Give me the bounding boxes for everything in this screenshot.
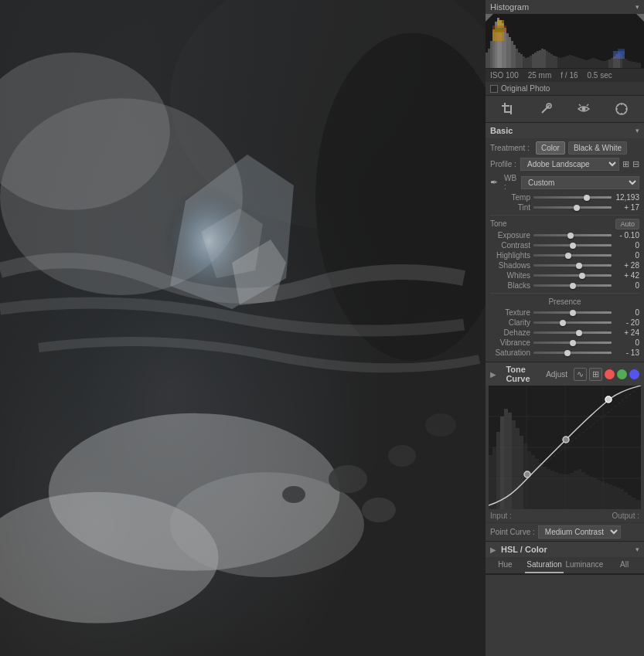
tint-thumb[interactable] <box>574 205 580 211</box>
temp-thumb[interactable] <box>584 195 590 201</box>
profile-select[interactable]: Adobe Landscape <box>520 158 619 171</box>
point-curve-label: Point Curve : <box>490 528 535 536</box>
bw-treatment-button[interactable]: Black & White <box>568 141 627 155</box>
basic-collapse-icon[interactable]: ▾ <box>635 127 639 134</box>
svg-rect-154 <box>628 495 632 509</box>
svg-rect-83 <box>636 63 639 68</box>
saturation-tab[interactable]: Saturation <box>525 557 564 573</box>
grid-view-icon[interactable]: ⊞ <box>622 159 629 169</box>
filters-icon[interactable] <box>612 100 631 118</box>
tone-header-row: Tone Auto <box>490 219 639 229</box>
svg-point-16 <box>425 413 456 437</box>
tone-curve-title: Tone Curve <box>506 365 540 383</box>
svg-rect-126 <box>520 436 523 509</box>
basic-section: Basic ▾ Treatment : Color Black & White … <box>486 123 644 362</box>
curve-footer: Input : Output : <box>486 509 644 522</box>
svg-rect-82 <box>634 62 636 68</box>
saturation-value: - 13 <box>615 348 639 357</box>
tone-curve-canvas[interactable] <box>489 386 641 509</box>
wb-eyedropper-icon[interactable]: ✒ <box>490 177 501 188</box>
svg-point-98 <box>582 107 586 111</box>
svg-rect-65 <box>595 59 597 68</box>
red-channel-icon[interactable] <box>605 369 615 379</box>
whites-thumb[interactable] <box>579 273 585 279</box>
clarity-thumb[interactable] <box>560 320 566 326</box>
hsl-section-header[interactable]: ▶ HSL / Color ▾ <box>486 542 644 557</box>
svg-rect-64 <box>592 58 595 68</box>
dehaze-value: + 24 <box>615 328 639 337</box>
healing-icon[interactable] <box>537 100 555 118</box>
svg-rect-121 <box>500 416 504 509</box>
contrast-thumb[interactable] <box>570 243 576 249</box>
histogram-section-header: Histogram ▾ <box>486 0 644 14</box>
vibrance-value: 0 <box>615 338 639 347</box>
dehaze-thumb[interactable] <box>576 330 582 336</box>
basic-title: Basic <box>490 126 513 135</box>
hue-tab[interactable]: Hue <box>486 557 525 573</box>
svg-rect-30 <box>513 45 516 68</box>
temp-label: Temp <box>490 193 530 202</box>
luminance-tab[interactable]: Luminance <box>564 557 605 573</box>
shadows-thumb[interactable] <box>576 263 582 269</box>
svg-rect-47 <box>553 56 555 68</box>
hsl-tabs: Hue Saturation Luminance All <box>486 557 644 574</box>
svg-rect-125 <box>516 428 520 509</box>
hsl-collapse-icon: ▶ <box>490 546 496 554</box>
highlights-thumb[interactable] <box>565 253 571 259</box>
crop-icon[interactable] <box>499 100 517 118</box>
temp-track <box>533 196 612 199</box>
clarity-track <box>533 321 612 324</box>
svg-rect-20 <box>490 41 492 68</box>
svg-rect-141 <box>578 469 581 509</box>
temp-value: 12,193 <box>615 193 639 202</box>
svg-rect-52 <box>564 56 567 68</box>
meta-bar: ISO 100 25 mm f / 16 0.5 sec <box>486 68 644 82</box>
saturation-thumb[interactable] <box>564 350 571 356</box>
auto-button[interactable]: Auto <box>615 219 639 229</box>
exposure-thumb[interactable] <box>567 233 574 239</box>
svg-rect-70 <box>606 60 608 68</box>
vibrance-row: Vibrance 0 <box>490 338 639 347</box>
shadows-row: Shadows + 28 <box>490 261 639 270</box>
basic-section-header[interactable]: Basic ▾ <box>486 123 644 138</box>
texture-thumb[interactable] <box>570 310 576 316</box>
original-photo-checkbox[interactable] <box>490 85 498 93</box>
svg-rect-144 <box>589 477 593 509</box>
blacks-thumb[interactable] <box>570 283 576 289</box>
tone-curve-header[interactable]: ▶ Tone Curve Adjust ∿ ⊞ <box>486 362 644 386</box>
original-photo-label: Original Photo <box>501 84 550 93</box>
wb-select[interactable]: Custom <box>521 176 639 189</box>
blue-channel-icon[interactable] <box>629 369 639 379</box>
contrast-row: Contrast 0 <box>490 241 639 250</box>
svg-rect-139 <box>570 473 574 509</box>
point-curve-select[interactable]: Medium Contrast <box>538 525 621 539</box>
svg-rect-42 <box>541 49 543 68</box>
hsl-arrow-icon[interactable]: ▾ <box>635 546 639 553</box>
svg-point-12 <box>329 465 367 493</box>
svg-rect-50 <box>560 58 562 68</box>
histogram-chart <box>486 14 644 68</box>
svg-rect-28 <box>509 37 511 68</box>
redeye-icon[interactable] <box>574 100 593 118</box>
all-tab[interactable]: All <box>605 557 644 573</box>
presence-label: Presence <box>548 297 581 306</box>
color-treatment-button[interactable]: Color <box>536 141 565 155</box>
highlights-label: Highlights <box>490 251 530 260</box>
svg-rect-155 <box>632 498 635 509</box>
svg-rect-135 <box>554 472 558 509</box>
texture-value: 0 <box>615 308 639 317</box>
saturation-track <box>533 352 612 354</box>
all-channels-icon[interactable]: ⊞ <box>589 368 602 381</box>
svg-line-109 <box>618 112 619 114</box>
histogram-collapse-icon[interactable]: ▾ <box>635 3 639 11</box>
svg-rect-95 <box>502 105 509 107</box>
parametric-curve-icon[interactable]: ∿ <box>574 368 587 381</box>
list-view-icon[interactable]: ⊟ <box>632 159 639 169</box>
vibrance-thumb[interactable] <box>570 340 576 346</box>
svg-rect-32 <box>518 53 520 68</box>
whites-value: + 42 <box>615 271 639 280</box>
clarity-value: - 20 <box>615 318 639 327</box>
svg-rect-80 <box>629 61 632 68</box>
dehaze-label: Dehaze <box>490 328 530 337</box>
green-channel-icon[interactable] <box>617 369 627 379</box>
